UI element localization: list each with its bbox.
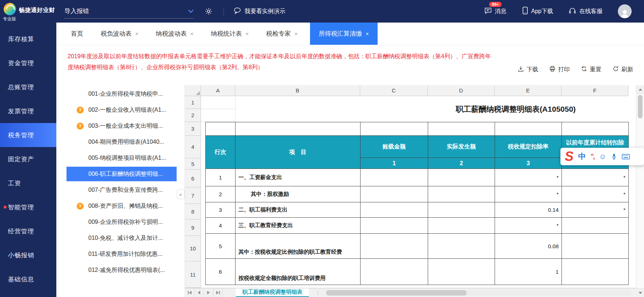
sidebar-item-base-info[interactable]: 基础信息 <box>0 267 56 291</box>
cell[interactable] <box>361 234 428 259</box>
column-header-b[interactable]: B <box>235 85 360 96</box>
row-header-5[interactable]: 5 <box>185 158 201 170</box>
cell-value[interactable]: 1 <box>495 259 562 285</box>
select-all-corner[interactable] <box>185 85 201 96</box>
cell[interactable] <box>361 218 428 234</box>
sheet-tab-active[interactable]: 职工薪酬纳税调整明细表 <box>236 288 309 297</box>
tab-income-tax-settlement[interactable]: 所得税汇算清缴× <box>310 23 378 45</box>
tab-tax-payment-fluctuation[interactable]: 纳税波动表× <box>151 23 199 45</box>
report-item-010[interactable]: 010-免税、减计收入及加计... <box>56 230 185 246</box>
subheader-cell[interactable]: 1 <box>361 158 428 169</box>
ime-chinese-mode-icon[interactable]: 中 <box>578 151 586 162</box>
help-icon[interactable]: ? <box>77 203 84 210</box>
row-header-1[interactable]: 1 <box>185 96 201 109</box>
report-item-005[interactable]: 005-纳税调整项目明细表(A1... <box>56 150 185 166</box>
cell[interactable] <box>428 234 495 259</box>
scroll-up-button[interactable] <box>636 85 644 94</box>
cell-value[interactable] <box>562 234 629 259</box>
report-item-003[interactable]: ?003-一般企业成本支出明细... <box>56 118 185 134</box>
cell-value[interactable]: * <box>495 218 562 234</box>
help-icon[interactable]: ? <box>77 107 84 114</box>
print-button[interactable]: 打印 <box>549 66 570 74</box>
cell-item[interactable]: 一、工资薪金支出 <box>236 169 361 186</box>
tab-tax-burden-fluctuation[interactable]: 税负波动表× <box>96 23 144 45</box>
cell-value[interactable]: * <box>495 186 562 202</box>
cell-value[interactable]: * <box>562 186 629 202</box>
sheet-nav-last-button[interactable] <box>213 288 223 297</box>
column-header-e[interactable]: E <box>495 85 562 96</box>
avatar[interactable] <box>618 4 632 18</box>
close-icon[interactable]: × <box>135 31 138 37</box>
app-download-button[interactable]: App下载 <box>522 7 553 16</box>
messages-button[interactable]: 99+ 消息 <box>484 7 507 16</box>
close-icon[interactable]: × <box>246 31 249 37</box>
column-header-d[interactable]: D <box>428 85 495 96</box>
reset-button[interactable]: 重置 <box>581 66 601 74</box>
cell[interactable] <box>428 202 495 218</box>
sidebar-item-general-ledger[interactable]: 总账管理 <box>0 75 56 99</box>
report-item-002[interactable]: ?002-一般企业收入明细表(A1... <box>56 102 185 118</box>
settings-gear-icon[interactable] <box>205 7 213 15</box>
sheet-nav-prev-button[interactable] <box>194 288 204 297</box>
sidebar-item-tax-management[interactable]: 税务管理 <box>0 123 56 147</box>
close-icon[interactable]: × <box>294 31 298 37</box>
row-header-2[interactable]: 2 <box>185 109 201 122</box>
tab-tax-inspection-expert[interactable]: 税检专家× <box>261 23 303 45</box>
cell[interactable] <box>428 218 495 234</box>
cell-row-no[interactable]: 4 <box>206 218 236 234</box>
header-cell-row-no[interactable]: 行次 <box>206 136 236 169</box>
horizontal-scrollbar-thumb[interactable] <box>326 290 467 296</box>
splitter-handle-icon[interactable]: ⋮ <box>315 290 320 296</box>
cell[interactable] <box>495 122 562 136</box>
row-header-6[interactable]: 6 <box>185 170 201 187</box>
cell-item[interactable]: 二、职工福利费支出 <box>236 202 361 218</box>
ime-punctuation-icon[interactable]: ”, <box>591 153 594 161</box>
cell-row-no[interactable]: 2 <box>206 186 236 202</box>
download-button[interactable]: 下载 <box>518 66 538 74</box>
cell[interactable] <box>361 169 428 186</box>
report-item-012[interactable]: 012-减免所得税优惠明细表(... <box>56 262 185 278</box>
cell-value[interactable]: * <box>562 169 629 186</box>
demo-link[interactable]: 我要看实例演示 <box>233 7 285 16</box>
column-header-f[interactable]: F <box>562 85 628 96</box>
refresh-button[interactable]: 刷新 <box>612 66 633 74</box>
cell-item[interactable]: 按税收规定全额扣除的职工培训费用 <box>236 259 361 285</box>
report-item-009[interactable]: 009-企业所得税弥补亏损明... <box>56 214 185 230</box>
sidebar-item-invoice-management[interactable]: 发票管理 <box>0 99 56 123</box>
cell-item[interactable]: 其中：按税收规定比例扣除的职工教育经费 <box>236 234 361 259</box>
cell[interactable] <box>428 169 495 186</box>
sogou-logo-icon[interactable]: S <box>565 150 573 163</box>
header-cell-actual-amount[interactable]: 实际发生额 <box>428 136 495 158</box>
row-header-10[interactable]: 10 <box>185 236 201 261</box>
sidebar-item-operations-management[interactable]: 经营管理 <box>0 219 56 243</box>
close-icon[interactable]: × <box>366 31 369 37</box>
cell[interactable] <box>428 186 495 202</box>
report-item-004[interactable]: 004-期间费用明细表(A1040... <box>56 134 185 150</box>
collapse-panel-button[interactable]: « <box>177 189 185 199</box>
report-item-001[interactable]: 001-企业所得税年度纳税申... <box>56 86 185 102</box>
sidebar-item-funds-management[interactable]: 资金管理 <box>0 51 56 75</box>
cell-row-no[interactable]: 5 <box>206 234 236 259</box>
report-item-011[interactable]: 011-研发费用加计扣除优惠... <box>56 246 185 262</box>
close-icon[interactable]: × <box>190 31 194 37</box>
cell[interactable] <box>428 122 495 136</box>
tab-home[interactable]: 首页 <box>66 23 88 45</box>
sheet-title[interactable]: 职工薪酬纳税调整明细表(A105050) <box>403 97 628 122</box>
report-item-007[interactable]: 007-广告费和业务宣传费跨... <box>56 182 185 198</box>
cell-row-no[interactable]: 1 <box>206 169 236 186</box>
tab-tax-statistics[interactable]: 纳税统计表× <box>206 23 254 45</box>
vertical-scrollbar-thumb[interactable] <box>638 95 643 118</box>
cell-row-no[interactable]: 6 <box>206 259 236 285</box>
cell[interactable] <box>206 122 236 136</box>
row-header-8[interactable]: 8 <box>185 204 201 219</box>
ime-keyboard-icon[interactable] <box>622 154 630 159</box>
vertical-scrollbar[interactable] <box>636 85 644 297</box>
subheader-cell[interactable]: 3 <box>495 158 562 169</box>
cell-value[interactable]: 0.08 <box>495 234 562 259</box>
cell[interactable] <box>361 202 428 218</box>
sidebar-item-payroll[interactable]: 工资 <box>0 171 56 195</box>
cell-value[interactable] <box>562 259 629 285</box>
horizontal-scrollbar[interactable] <box>325 290 631 296</box>
cell-row-no[interactable]: 3 <box>206 202 236 218</box>
report-item-006[interactable]: 006-职工薪酬纳税调整明细... <box>56 166 185 182</box>
